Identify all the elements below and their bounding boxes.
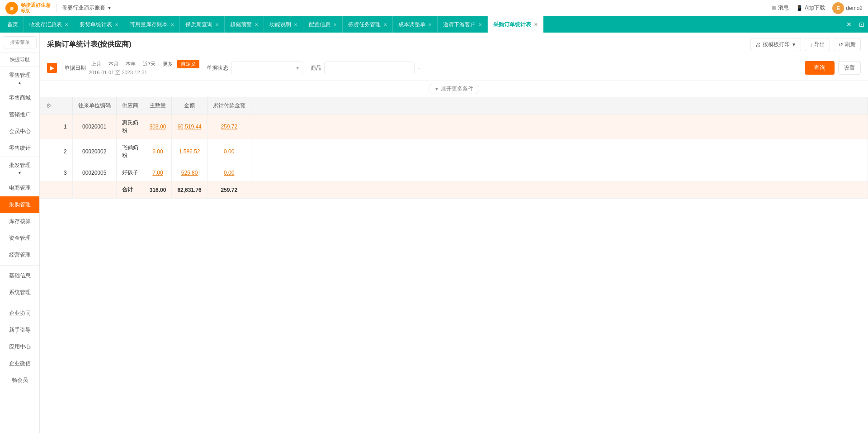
top-bar-right: ✉ 消息 📱 App下载 E demo2 [772,2,863,14]
chevron-down-icon: ▼ [107,5,112,10]
tab-receive-send[interactable]: 收发存汇总表 ✕ [24,16,74,33]
settings-button[interactable]: 设置 [838,61,861,75]
tab-expiry-query[interactable]: 保质期查询 ✕ [180,16,225,33]
date-btn-this-month[interactable]: 本月 [106,60,121,68]
td-main-qty[interactable]: 6.00 [144,139,172,164]
close-icon[interactable]: ✕ [478,22,482,27]
td-main-qty[interactable]: 7.00 [144,164,172,181]
sidebar-item-enterprise-wechat[interactable]: 企业微信 [0,355,39,372]
refresh-button[interactable]: ↺ 刷新 [834,38,861,51]
sidebar-item-sys-mgmt[interactable]: 系统管理 [0,284,39,301]
sidebar-divider [0,265,39,266]
td-extra [251,114,868,139]
close-icon[interactable]: ✕ [383,22,387,27]
date-custom-badge[interactable]: 自定义 [177,60,199,68]
tab-home[interactable]: 首页 [2,16,24,33]
date-btn-this-year[interactable]: 本年 [123,60,138,68]
date-btn-last-month[interactable]: 上月 [89,60,104,68]
goods-input[interactable] [324,62,415,74]
sidebar-item-new-guide[interactable]: 新手引导 [0,322,39,338]
td-amount[interactable]: 525.80 [172,164,207,181]
th-amount: 金额 [172,97,207,114]
more-options-icon[interactable]: ··· [417,65,422,71]
tab-invite-downstream[interactable]: 邀请下游客户 ✕ [438,16,488,33]
sidebar-item-retail-stats[interactable]: 零售统计 [0,140,39,157]
sidebar-item-enterprise-coop[interactable]: 企业协同 [0,305,39,322]
sidebar-item-vip-member[interactable]: 畅会员 [0,372,39,389]
tab-pick-task[interactable]: 拣货任务管理 ✕ [343,16,393,33]
top-bar-left: 捷 畅捷通好生意 标版 母婴行业演示账套 ▼ [5,2,112,14]
close-icon[interactable]: ✕ [215,22,219,27]
sidebar-item-fund-mgmt[interactable]: 资金管理 [0,230,39,247]
close-icon[interactable]: ✕ [65,22,68,27]
expand-tabs-button[interactable]: ⊡ [857,19,866,30]
sidebar-item-label: 资金管理 [9,234,31,242]
sidebar-item-label: 系统管理 [9,289,31,296]
footer-index [58,181,73,199]
sidebar-item-quick-nav[interactable]: 快捷导航 [0,52,39,67]
sidebar-item-basic-info[interactable]: 基础信息 [0,267,39,284]
sidebar-item-app-center[interactable]: 应用中心 [0,338,39,355]
sidebar-item-ops-mgmt[interactable]: 经营管理 [0,247,39,263]
sidebar-item-wholesale-mgmt[interactable]: 批发管理 ▼ [0,157,39,180]
expand-more-button[interactable]: ▼ 展开更多条件 [429,84,479,94]
td-amount[interactable]: 60,519.44 [172,114,207,139]
close-icon[interactable]: ✕ [115,22,118,27]
tab-available-stock-label: 可用量库存账本 [130,21,168,29]
print-button[interactable]: 🖨 按模板打印 ▼ [750,38,801,51]
td-settings [40,139,58,164]
export-button[interactable]: ↓ 导出 [805,38,830,51]
filter-toggle-button[interactable]: ▶ [47,63,57,73]
app-download-button[interactable]: 📱 App下载 [796,4,825,12]
svg-text:捷: 捷 [9,7,14,11]
chevron-icon: ▼ [18,171,22,175]
page-header: 采购订单统计表(按供应商) 🖨 按模板打印 ▼ ↓ 导出 ↺ 刷新 [40,33,868,55]
tab-purchase-stat[interactable]: 采购订单统计表 ✕ [488,16,543,33]
tab-expiry-query-label: 保质期查询 [185,21,212,29]
search-button[interactable]: 查询 [805,61,835,75]
tab-overstock[interactable]: 超储预警 ✕ [225,16,264,33]
export-icon: ↓ [810,42,812,48]
td-main-qty[interactable]: 303.00 [144,114,172,139]
td-paid-amount[interactable]: 0.00 [207,164,251,181]
close-icon[interactable]: ✕ [534,22,538,27]
sidebar-item-member-center[interactable]: 会员中心 [0,123,39,140]
tab-purchase-stat-label: 采购订单统计表 [493,21,531,29]
close-icon[interactable]: ✕ [428,22,432,27]
sidebar-item-label: 企业微信 [9,360,31,367]
sidebar-item-purchase-mgmt[interactable]: 采购管理 [0,196,39,213]
close-icon[interactable]: ✕ [294,22,297,27]
td-index: 2 [58,139,73,164]
message-button[interactable]: ✉ 消息 [772,4,789,12]
tab-available-stock[interactable]: 可用量库存账本 ✕ [124,16,180,33]
td-supplier: 好孩子 [116,164,144,181]
td-amount[interactable]: 1,586.52 [172,139,207,164]
close-icon[interactable]: ✕ [170,22,174,27]
date-btn-more[interactable]: 更多 [160,60,175,68]
td-paid-amount[interactable]: 259.72 [207,114,251,139]
td-index: 3 [58,164,73,181]
tab-order-stat[interactable]: 要货单统计表 ✕ [74,16,124,33]
tab-overstock-label: 超储预警 [230,21,252,29]
sidebar-item-marketing[interactable]: 营销推广 [0,106,39,123]
status-select[interactable] [231,62,303,74]
sidebar-item-ecommerce-mgmt[interactable]: 电商管理 [0,180,39,196]
settings-icon[interactable]: ⚙ [45,102,52,109]
tab-func-desc[interactable]: 功能说明 ✕ [264,16,303,33]
user-profile[interactable]: E demo2 [832,2,863,14]
close-icon[interactable]: ✕ [333,22,337,27]
workspace-selector[interactable]: 母婴行业演示账套 ▼ [56,4,112,12]
tab-config[interactable]: 配置信息 ✕ [303,16,343,33]
date-btn-7days[interactable]: 近7天 [140,60,158,68]
sidebar-item-retail-mgmt[interactable]: 零售管理 ▲ [0,67,39,90]
sidebar-item-retail-mall[interactable]: 零售商城 [0,90,39,106]
sidebar: 搜索菜单 快捷导航 零售管理 ▲ 零售商城 营销推广 会员中心 零售统计 批发管… [0,33,40,433]
search-menu-button[interactable]: 搜索菜单 [3,36,37,48]
filter-area: ▶ 单据日期 上月 本月 本年 近7天 更多 自定义 [40,55,868,81]
td-supplier: 飞鹤奶粉 [116,139,144,164]
close-all-tabs-button[interactable]: ✕ [844,19,854,30]
tab-cost-adjust[interactable]: 成本调整单 ✕ [393,16,438,33]
sidebar-item-inventory-check[interactable]: 库存核算 [0,213,39,230]
td-paid-amount[interactable]: 0.00 [207,139,251,164]
close-icon[interactable]: ✕ [255,22,258,27]
